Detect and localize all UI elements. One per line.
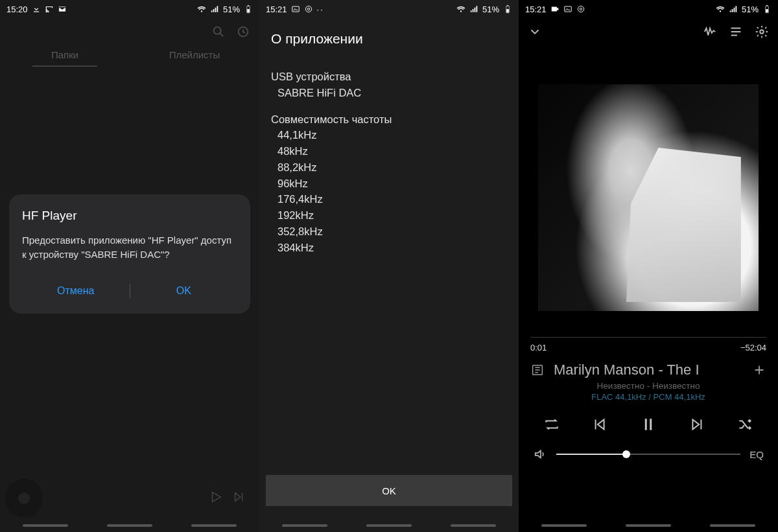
status-time: 15:21 xyxy=(525,5,547,14)
status-bar: 15:21 51% xyxy=(519,0,778,18)
progress-area: 0:01 −52:04 xyxy=(519,311,778,353)
gallery-icon xyxy=(563,5,572,14)
volume-knob[interactable] xyxy=(622,450,630,458)
app-top-actions xyxy=(0,18,259,41)
dialog-title: HF Player xyxy=(22,209,237,223)
ok-button[interactable]: OK xyxy=(266,475,512,506)
usb-devices-label: USB устройства xyxy=(271,69,507,85)
mail-icon xyxy=(58,5,67,14)
battery-icon xyxy=(503,5,512,14)
cancel-button[interactable]: Отмена xyxy=(22,280,130,302)
svg-rect-0 xyxy=(33,12,38,12)
cast-icon xyxy=(45,5,54,14)
svg-point-14 xyxy=(578,6,584,12)
status-battery-pct: 51% xyxy=(223,5,240,14)
battery-icon xyxy=(762,5,772,14)
chevron-down-icon[interactable] xyxy=(528,25,542,39)
next-icon[interactable] xyxy=(232,490,246,507)
tab-playlists-label: Плейлисты xyxy=(169,49,220,60)
status-bar: 15:20 51% xyxy=(0,0,259,18)
nav-back[interactable] xyxy=(191,524,237,527)
track-title: Marilyn Manson - The I xyxy=(554,362,743,378)
svg-point-19 xyxy=(760,30,764,34)
album-disc-icon[interactable] xyxy=(4,478,44,518)
svg-rect-10 xyxy=(507,5,508,6)
status-battery-pct: 51% xyxy=(482,5,499,14)
svg-rect-6 xyxy=(292,6,299,12)
download-icon xyxy=(32,5,41,14)
nav-home[interactable] xyxy=(107,524,152,527)
volume-slider[interactable] xyxy=(556,454,740,455)
repeat-icon[interactable] xyxy=(543,416,560,433)
ok-button[interactable]: OK xyxy=(130,280,238,302)
wifi-icon xyxy=(197,5,206,14)
search-icon[interactable] xyxy=(211,25,226,39)
svg-rect-13 xyxy=(564,6,571,12)
nav-recent[interactable] xyxy=(541,524,587,527)
android-navbar xyxy=(259,524,519,532)
svg-rect-12 xyxy=(551,7,556,12)
library-tabs: Папки Плейлисты xyxy=(0,41,259,67)
play-icon[interactable] xyxy=(209,490,223,507)
signal-icon xyxy=(729,5,738,14)
mini-player xyxy=(0,475,259,522)
nav-home[interactable] xyxy=(366,524,412,527)
status-time: 15:20 xyxy=(6,5,28,14)
tab-folders[interactable]: Папки xyxy=(0,41,130,67)
shuffle-icon[interactable] xyxy=(737,416,753,433)
battery-icon xyxy=(244,5,253,14)
svg-point-8 xyxy=(307,8,310,10)
page-title: О приложении xyxy=(259,18,519,62)
frequency-item: 88,2kHz xyxy=(271,159,507,176)
android-navbar xyxy=(519,524,778,532)
pause-icon[interactable] xyxy=(639,415,658,434)
nav-recent[interactable] xyxy=(282,524,327,527)
about-info: USB устройства SABRE HiFi DAC Совместимо… xyxy=(259,62,519,255)
progress-bar[interactable] xyxy=(530,337,766,338)
wifi-icon xyxy=(456,5,466,14)
usb-device-value: SABRE HiFi DAC xyxy=(271,85,507,101)
add-icon[interactable] xyxy=(752,363,766,377)
chrome-icon xyxy=(304,5,313,14)
nav-recent[interactable] xyxy=(23,524,68,527)
tab-playlists[interactable]: Плейлисты xyxy=(130,41,259,67)
signal-icon xyxy=(210,5,219,14)
playback-controls xyxy=(519,402,778,438)
android-navbar xyxy=(0,524,259,532)
previous-icon[interactable] xyxy=(591,416,607,433)
frequency-item: 44,1kHz xyxy=(271,127,507,143)
album-art[interactable] xyxy=(538,84,759,311)
frequency-item: 48kHz xyxy=(271,143,507,159)
volume-icon[interactable] xyxy=(533,447,547,461)
svg-rect-2 xyxy=(248,5,249,6)
frequency-item: 96kHz xyxy=(271,176,507,192)
track-info-row: Marilyn Manson - The I xyxy=(519,353,778,380)
gear-icon[interactable] xyxy=(755,25,769,39)
frequency-item: 352,8kHz xyxy=(271,224,507,240)
volume-fill xyxy=(556,454,626,455)
status-time: 15:21 xyxy=(266,5,287,14)
video-icon xyxy=(550,5,560,14)
nav-home[interactable] xyxy=(626,524,671,527)
signal-icon xyxy=(469,5,478,14)
freq-compat-label: Совместимость частоты xyxy=(271,111,507,128)
volume-row: EQ xyxy=(519,438,778,478)
next-icon[interactable] xyxy=(689,416,706,433)
nav-back[interactable] xyxy=(451,524,496,527)
chrome-icon xyxy=(576,5,585,14)
clock-icon[interactable] xyxy=(236,25,250,39)
nav-back[interactable] xyxy=(710,524,755,527)
queue-icon[interactable] xyxy=(729,25,743,39)
eq-button[interactable]: EQ xyxy=(749,449,764,460)
wifi-icon xyxy=(716,5,725,14)
frequency-list: 44,1kHz48kHz88,2kHz96kHz176,4kHz192kHz35… xyxy=(271,127,507,255)
svg-point-15 xyxy=(580,8,582,10)
dialog-buttons: Отмена OK xyxy=(22,273,237,308)
svg-rect-17 xyxy=(766,5,768,6)
lyrics-icon[interactable] xyxy=(530,363,545,377)
waveform-icon[interactable] xyxy=(703,25,717,39)
time-remaining: −52:04 xyxy=(740,343,766,353)
status-battery-pct: 51% xyxy=(742,5,759,14)
screen-now-playing: 15:21 51% 0:01 −52:04 Marilyn Manson - xyxy=(519,0,778,532)
track-subtitle: Неизвестно - Неизвестно xyxy=(519,381,778,391)
